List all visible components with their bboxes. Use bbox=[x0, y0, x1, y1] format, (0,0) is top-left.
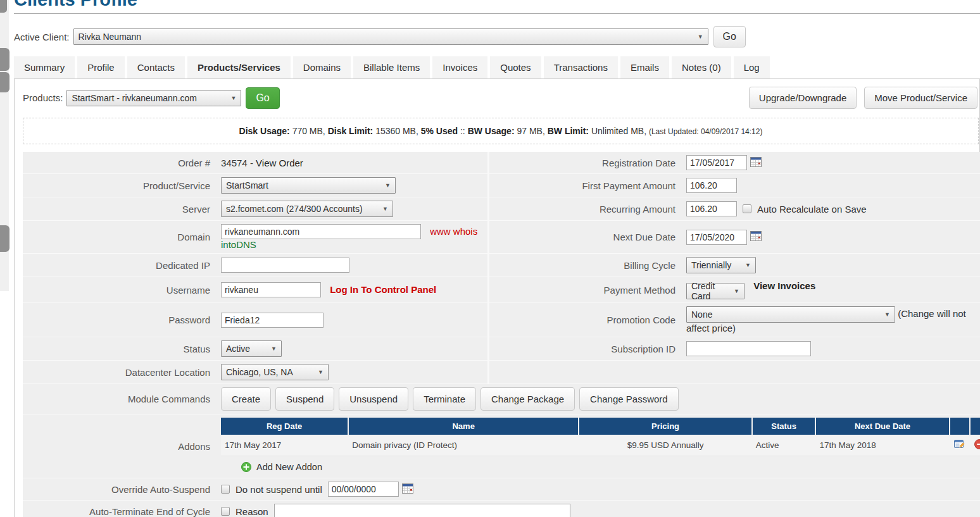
products-label: Products: bbox=[23, 92, 63, 103]
terminate-button[interactable]: Terminate bbox=[413, 387, 476, 411]
reason-label: Reason bbox=[236, 506, 268, 517]
do-not-suspend-label: Do not suspend until bbox=[236, 484, 322, 495]
chevron-down-icon: ▼ bbox=[382, 206, 388, 212]
addon-reg-date: 17th May 2017 bbox=[221, 435, 348, 456]
tab-contacts[interactable]: Contacts bbox=[127, 56, 185, 78]
auto-terminate-checkbox[interactable] bbox=[221, 507, 230, 516]
addons-header-status: Status bbox=[752, 418, 816, 435]
password-input[interactable] bbox=[221, 313, 324, 328]
view-order-link[interactable]: View Order bbox=[256, 158, 303, 168]
sidebar-edge-tab[interactable] bbox=[0, 72, 9, 92]
calendar-icon[interactable] bbox=[402, 483, 413, 495]
change-password-button[interactable]: Change Password bbox=[579, 387, 679, 411]
active-client-row: Active Client: Rivka Neumann ▼ Go bbox=[14, 26, 980, 47]
addon-row: 17th May 2017 Domain privacy (ID Protect… bbox=[221, 435, 980, 456]
view-invoices-link[interactable]: View Invoices bbox=[753, 280, 815, 291]
tab-notes[interactable]: Notes (0) bbox=[672, 56, 731, 78]
tab-transactions[interactable]: Transactions bbox=[544, 56, 618, 78]
addons-header-name: Name bbox=[348, 418, 579, 435]
row-server-recurring: Server s2.fcomet.com (274/300 Accounts)▼… bbox=[23, 197, 980, 221]
sidebar-edge-tab[interactable] bbox=[0, 48, 9, 71]
terminate-reason-input[interactable] bbox=[274, 504, 570, 517]
billing-cycle-select[interactable]: Triennially▼ bbox=[686, 257, 756, 273]
promotion-code-select[interactable]: None▼ bbox=[686, 306, 895, 323]
tab-invoices[interactable]: Invoices bbox=[432, 56, 487, 78]
recurring-amount-label: Recurring Amount bbox=[488, 197, 681, 221]
auto-recalculate-checkbox[interactable] bbox=[743, 204, 751, 213]
username-label: Username bbox=[23, 277, 216, 303]
addons-label: Addons bbox=[23, 414, 216, 478]
datacenter-select[interactable]: Chicago, US, NA▼ bbox=[221, 364, 329, 380]
login-control-panel-link[interactable]: Log In To Control Panel bbox=[330, 284, 436, 295]
sidebar-edge-tab[interactable] bbox=[0, 0, 7, 13]
tab-summary[interactable]: Summary bbox=[14, 56, 75, 78]
calendar-icon[interactable] bbox=[750, 231, 762, 243]
add-new-addon-button[interactable]: Add New Addon bbox=[221, 456, 980, 475]
row-override-suspend: Override Auto-Suspend Do not suspend unt… bbox=[23, 478, 980, 501]
recurring-amount-input[interactable] bbox=[686, 201, 737, 216]
payment-method-label: Payment Method bbox=[488, 277, 681, 303]
addon-next-due: 17th May 2018 bbox=[815, 435, 949, 456]
tab-profile[interactable]: Profile bbox=[77, 56, 125, 78]
whois-link[interactable]: whois bbox=[453, 226, 477, 237]
addon-edit-icon[interactable] bbox=[950, 435, 970, 456]
tab-emails[interactable]: Emails bbox=[620, 56, 669, 78]
addon-pricing: $9.95 USD Annually bbox=[579, 435, 752, 456]
row-order-registration: Order # 34574 - View Order Registration … bbox=[23, 152, 980, 174]
next-due-date-input[interactable] bbox=[686, 230, 747, 245]
upgrade-downgrade-button[interactable]: Upgrade/Downgrade bbox=[749, 87, 857, 109]
tab-products-services[interactable]: Products/Services bbox=[187, 56, 291, 78]
unsuspend-button[interactable]: Unsuspend bbox=[339, 387, 408, 411]
active-client-select[interactable]: Rivka Neumann ▼ bbox=[73, 28, 708, 45]
password-label: Password bbox=[23, 303, 216, 337]
domain-input[interactable] bbox=[221, 224, 421, 239]
registration-date-label: Registration Date bbox=[488, 152, 681, 174]
tab-bar: Summary Profile Contacts Products/Servic… bbox=[14, 56, 980, 78]
move-product-service-button[interactable]: Move Product/Service bbox=[864, 87, 977, 109]
www-link[interactable]: www bbox=[430, 226, 451, 237]
next-due-date-label: Next Due Date bbox=[488, 221, 681, 254]
active-client-go-button[interactable]: Go bbox=[713, 26, 746, 47]
registration-date-input[interactable] bbox=[686, 155, 747, 170]
intodns-link[interactable]: intoDNS bbox=[221, 239, 256, 250]
subscription-id-label: Subscription ID bbox=[488, 337, 681, 361]
suspend-until-input[interactable] bbox=[328, 482, 399, 497]
product-service-select[interactable]: StartSmart▼ bbox=[221, 177, 396, 194]
override-suspend-checkbox[interactable] bbox=[221, 485, 230, 494]
promotion-code-label: Promotion Code bbox=[488, 303, 681, 337]
server-label: Server bbox=[23, 197, 216, 221]
products-go-button[interactable]: Go bbox=[246, 87, 279, 109]
sidebar-edge-tab[interactable] bbox=[0, 225, 9, 252]
tab-billable-items[interactable]: Billable Items bbox=[353, 56, 430, 78]
tab-quotes[interactable]: Quotes bbox=[490, 56, 541, 78]
chevron-down-icon: ▼ bbox=[745, 262, 751, 268]
row-ip-billing: Dedicated IP Billing Cycle Triennially▼ bbox=[23, 254, 980, 277]
tab-log[interactable]: Log bbox=[734, 56, 770, 78]
addon-delete-icon[interactable] bbox=[970, 435, 980, 456]
calendar-icon[interactable] bbox=[750, 157, 762, 169]
dedicated-ip-input[interactable] bbox=[221, 258, 349, 273]
addons-header-row: Reg Date Name Pricing Status Next Due Da… bbox=[221, 418, 980, 435]
change-package-button[interactable]: Change Package bbox=[481, 387, 575, 411]
addons-table: Reg Date Name Pricing Status Next Due Da… bbox=[221, 418, 980, 456]
server-select[interactable]: s2.fcomet.com (274/300 Accounts)▼ bbox=[221, 201, 393, 217]
addons-header-delete bbox=[970, 418, 980, 435]
username-input[interactable] bbox=[221, 282, 321, 297]
subscription-id-input[interactable] bbox=[686, 341, 811, 356]
row-status-subscription: Status Active▼ Subscription ID bbox=[23, 337, 980, 361]
title-divider bbox=[14, 13, 980, 14]
create-button[interactable]: Create bbox=[221, 387, 271, 411]
active-client-selected-value: Rivka Neumann bbox=[79, 32, 142, 42]
payment-method-select[interactable]: Credit Card▼ bbox=[686, 283, 744, 299]
products-selected-value: StartSmart - rivkaneumann.com bbox=[72, 93, 197, 103]
status-select[interactable]: Active▼ bbox=[221, 340, 282, 357]
first-payment-input[interactable] bbox=[686, 178, 737, 193]
addons-header-regdate: Reg Date bbox=[221, 418, 348, 435]
suspend-button[interactable]: Suspend bbox=[275, 387, 334, 411]
addons-header-pricing: Pricing bbox=[579, 418, 752, 435]
dedicated-ip-label: Dedicated IP bbox=[23, 254, 216, 277]
tab-domains[interactable]: Domains bbox=[293, 56, 351, 78]
chevron-down-icon: ▼ bbox=[271, 346, 277, 352]
usage-summary-bar: Disk Usage: 770 MB, Disk Limit: 15360 MB… bbox=[23, 118, 979, 144]
products-select[interactable]: StartSmart - rivkaneumann.com ▼ bbox=[66, 90, 241, 106]
